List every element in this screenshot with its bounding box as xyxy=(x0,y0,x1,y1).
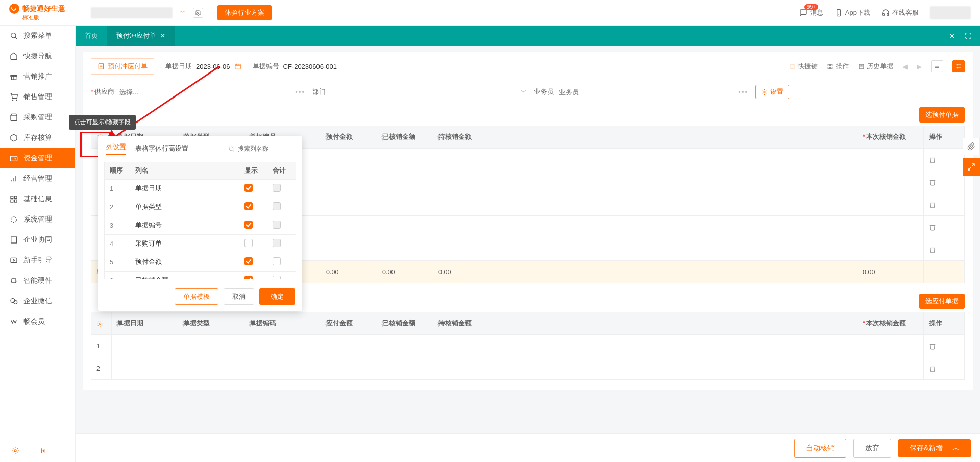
sum-verified: 0.00 xyxy=(377,261,433,283)
history-button[interactable]: 历史单据 xyxy=(858,62,893,71)
sidebar-item-member[interactable]: 畅会员 xyxy=(0,311,75,332)
sidebar-item-operation[interactable]: 经营管理 xyxy=(0,168,75,189)
sidebar-item-collab[interactable]: 企业协同 xyxy=(0,230,75,250)
sum-checkbox[interactable] xyxy=(273,276,281,279)
footer-gear-icon[interactable] xyxy=(11,447,19,455)
trash-icon[interactable] xyxy=(929,246,959,253)
save-button[interactable]: 保存&新增 ︿ xyxy=(898,439,971,457)
ops-label: 操作 xyxy=(836,62,849,71)
doc-date: 单据日期 2023-06-06 xyxy=(165,62,241,71)
pop-tab-font[interactable]: 表格字体行高设置 xyxy=(135,144,188,153)
sidebar-item-search[interactable]: 搜索菜单 xyxy=(0,26,75,46)
chevron-down-icon[interactable]: ﹀ xyxy=(521,88,527,96)
sidebar-item-quicknav[interactable]: 快捷导航 xyxy=(0,46,75,66)
svg-point-9 xyxy=(16,100,17,100)
cancel-button[interactable]: 取消 xyxy=(224,288,254,305)
auto-verify-button[interactable]: 自动核销 xyxy=(794,439,846,458)
sidebar-item-inventory[interactable]: 库存核算 xyxy=(0,128,75,148)
sidebar-item-guide[interactable]: 新手引导 xyxy=(0,250,75,271)
viewmode-list-icon[interactable] xyxy=(931,60,943,72)
col-this[interactable]: 本次核销金额 xyxy=(857,126,924,149)
shortcut-button[interactable]: 快捷键 xyxy=(789,62,818,71)
show-checkbox[interactable] xyxy=(244,221,253,229)
pop-tab-columns[interactable]: 列设置 xyxy=(106,142,126,155)
logo: 畅捷通好生意 标准版 xyxy=(9,4,65,21)
col-prepay[interactable]: ▲▼预付金额 xyxy=(321,126,377,149)
trash-icon[interactable] xyxy=(929,224,959,231)
chevron-down-icon[interactable]: ﹀ xyxy=(180,8,186,17)
show-checkbox[interactable] xyxy=(244,276,253,279)
doc-date-value[interactable]: 2023-06-06 xyxy=(196,63,230,70)
sidebar-item-finance[interactable]: 资金管理 xyxy=(0,148,75,168)
sidebar-item-purchase[interactable]: 采购管理 xyxy=(0,107,75,128)
box-icon xyxy=(9,133,18,142)
dept-input[interactable] xyxy=(331,88,516,96)
sidebar-item-marketing[interactable]: 营销推广 xyxy=(0,66,75,87)
tab-active[interactable]: 预付冲应付单 ✕ xyxy=(107,26,175,46)
trash-icon[interactable] xyxy=(929,343,959,350)
close-icon[interactable]: ✕ xyxy=(160,32,165,39)
show-checkbox[interactable] xyxy=(244,184,253,192)
sum-checkbox[interactable] xyxy=(273,257,281,265)
svg-point-57 xyxy=(764,91,765,92)
discard-button[interactable]: 放弃 xyxy=(853,439,891,458)
ok-button[interactable]: 确定 xyxy=(259,288,295,305)
more-icon[interactable]: ••• xyxy=(295,88,305,96)
customer-service-button[interactable]: 在线客服 xyxy=(881,8,919,17)
calendar-icon[interactable] xyxy=(234,63,241,70)
show-checkbox[interactable] xyxy=(244,239,253,247)
supplier-input[interactable] xyxy=(119,88,290,96)
sidebar-item-sales[interactable]: 销售管理 xyxy=(0,87,75,107)
select-payable-button[interactable]: 选应付单据 xyxy=(919,294,965,309)
logo-icon xyxy=(9,4,19,14)
sidebar-item-system[interactable]: 系统管理 xyxy=(0,209,75,230)
attachment-icon[interactable] xyxy=(963,138,980,155)
select-prepay-button[interactable]: 选预付单据 xyxy=(919,107,965,123)
sales-label: 业务员 xyxy=(534,87,554,96)
sales-input[interactable] xyxy=(559,88,733,96)
app-download-button[interactable]: App下载 xyxy=(835,8,870,17)
trash-icon[interactable] xyxy=(929,179,959,186)
svg-point-3 xyxy=(11,33,16,38)
col-pending[interactable]: ▲▼待核销金额 xyxy=(433,126,489,149)
more-icon[interactable]: ••• xyxy=(738,88,748,96)
doc-type-tab[interactable]: 预付冲应付单 xyxy=(91,58,154,75)
home-icon xyxy=(9,52,18,61)
show-checkbox[interactable] xyxy=(244,202,253,210)
fullscreen-icon[interactable] xyxy=(962,29,975,42)
trash-icon[interactable] xyxy=(929,365,959,372)
col-verified[interactable]: ▲▼已核销金额 xyxy=(377,126,433,149)
doc-template-button[interactable]: 单据模板 xyxy=(175,288,218,305)
tab-home[interactable]: 首页 xyxy=(76,26,107,46)
industry-plan-button[interactable]: 体验行业方案 xyxy=(217,5,272,20)
tenant-name[interactable] xyxy=(91,7,173,18)
viewmode-tree-icon[interactable] xyxy=(952,60,965,72)
customer-service-label: 在线客服 xyxy=(892,8,919,17)
trash-icon[interactable] xyxy=(929,201,959,208)
svg-point-20 xyxy=(11,217,17,223)
next-icon[interactable]: ▶ xyxy=(917,63,922,70)
messages-button[interactable]: 消息 99+ xyxy=(799,8,823,17)
cog-icon xyxy=(9,215,18,224)
bottom-bar: 自动核销 放弃 保存&新增 ︿ xyxy=(76,433,980,462)
svg-point-33 xyxy=(14,450,16,452)
expand-icon[interactable] xyxy=(963,158,980,176)
user-avatar[interactable] xyxy=(930,6,971,19)
trash-icon[interactable] xyxy=(929,156,959,163)
column-gear-icon[interactable] xyxy=(96,320,106,327)
prev-icon[interactable]: ◀ xyxy=(902,63,908,70)
tab-close-all-icon[interactable]: ✕ xyxy=(945,29,959,42)
sidebar-item-wecom[interactable]: 企业微信 xyxy=(0,291,75,311)
sidebar-item-basic[interactable]: 基础信息 xyxy=(0,189,75,209)
footer-collapse-icon[interactable] xyxy=(40,447,48,455)
pop-search-input[interactable] xyxy=(238,145,294,152)
sidebar-item-hardware[interactable]: 智能硬件 xyxy=(0,271,75,291)
grid-icon xyxy=(9,194,18,204)
settings-button[interactable]: 设置 xyxy=(755,85,789,99)
ops-button[interactable]: 操作 xyxy=(827,62,849,71)
gear-icon[interactable] xyxy=(193,8,203,18)
show-checkbox[interactable] xyxy=(244,257,253,265)
svg-rect-16 xyxy=(11,196,13,199)
svg-point-59 xyxy=(99,323,101,325)
app-download-label: App下载 xyxy=(845,8,870,17)
